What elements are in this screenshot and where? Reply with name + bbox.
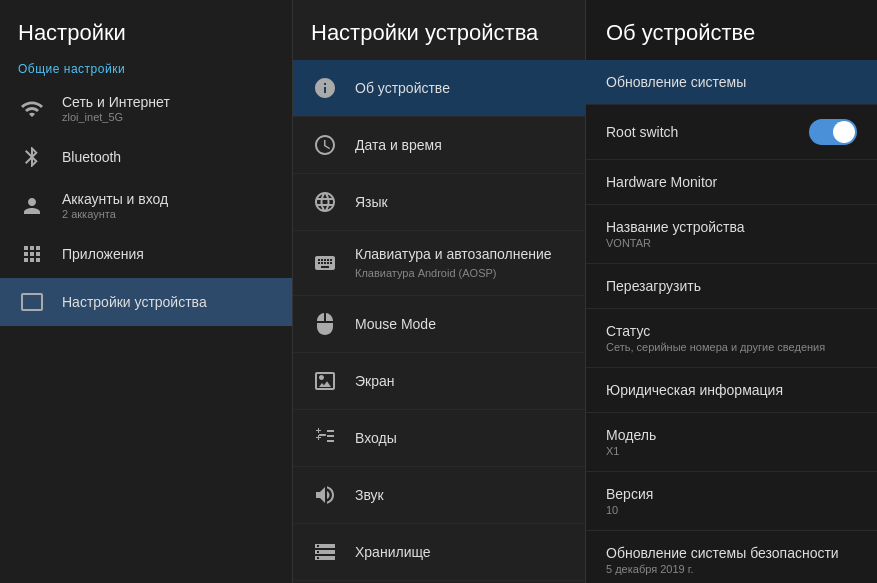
sound-icon — [311, 481, 339, 509]
sidebar-item-apps[interactable]: Приложения — [0, 230, 292, 278]
security-patch-label: Обновление системы безопасности — [606, 545, 839, 561]
language-text: Язык — [355, 193, 388, 211]
datetime-label: Дата и время — [355, 137, 442, 153]
middle-panel-title: Настройки устройства — [293, 0, 585, 60]
network-text: Сеть и Интернет zloi_inet_5G — [62, 94, 170, 123]
network-icon — [18, 95, 46, 123]
storage-icon — [311, 538, 339, 566]
apps-text: Приложения — [62, 246, 144, 262]
bluetooth-text: Bluetooth — [62, 149, 121, 165]
accounts-sublabel: 2 аккаунта — [62, 208, 168, 220]
mid-item-storage[interactable]: Хранилище — [293, 524, 585, 581]
accounts-text: Аккаунты и вход 2 аккаунта — [62, 191, 168, 220]
device-name-label: Название устройства — [606, 219, 745, 235]
device-settings-label: Настройки устройства — [62, 294, 207, 310]
legal-label: Юридическая информация — [606, 382, 783, 398]
right-panel: Об устройстве Обновление системы Root sw… — [586, 0, 877, 583]
network-label: Сеть и Интернет — [62, 94, 170, 110]
right-item-reboot[interactable]: Перезагрузить — [586, 264, 877, 309]
version-sublabel: 10 — [606, 504, 653, 516]
section-label: Общие настройки — [0, 56, 292, 84]
right-item-version[interactable]: Версия 10 — [586, 472, 877, 531]
sound-text: Звук — [355, 486, 384, 504]
sidebar-item-device-settings[interactable]: Настройки устройства — [0, 278, 292, 326]
mid-item-about[interactable]: Об устройстве — [293, 60, 585, 117]
mouse-label: Mouse Mode — [355, 316, 436, 332]
accounts-label: Аккаунты и вход — [62, 191, 168, 207]
left-panel-title: Настройки — [0, 0, 292, 56]
version-label: Версия — [606, 486, 653, 502]
language-icon — [311, 188, 339, 216]
mid-item-keyboard[interactable]: Клавиатура и автозаполнение Клавиатура A… — [293, 231, 585, 296]
right-panel-title: Об устройстве — [586, 0, 877, 60]
device-settings-text: Настройки устройства — [62, 294, 207, 310]
sidebar-item-bluetooth[interactable]: Bluetooth — [0, 133, 292, 181]
display-label: Экран — [355, 373, 395, 389]
clock-icon — [311, 131, 339, 159]
system-update-label: Обновление системы — [606, 74, 746, 90]
display-icon — [311, 367, 339, 395]
mid-item-display[interactable]: Экран — [293, 353, 585, 410]
sound-label: Звук — [355, 487, 384, 503]
right-item-status[interactable]: Статус Сеть, серийные номера и другие св… — [586, 309, 877, 368]
mid-item-sound[interactable]: Звук — [293, 467, 585, 524]
mid-item-datetime[interactable]: Дата и время — [293, 117, 585, 174]
status-label: Статус — [606, 323, 825, 339]
keyboard-icon — [311, 249, 339, 277]
sidebar-item-accounts[interactable]: Аккаунты и вход 2 аккаунта — [0, 181, 292, 230]
network-sublabel: zloi_inet_5G — [62, 111, 170, 123]
bluetooth-label: Bluetooth — [62, 149, 121, 165]
inputs-icon — [311, 424, 339, 452]
model-sublabel: X1 — [606, 445, 656, 457]
right-item-system-update[interactable]: Обновление системы — [586, 60, 877, 105]
right-item-root-switch[interactable]: Root switch — [586, 105, 877, 160]
left-panel: Настройки Общие настройки Сеть и Интерне… — [0, 0, 293, 583]
apps-icon — [18, 240, 46, 268]
device-icon — [18, 288, 46, 316]
right-item-model[interactable]: Модель X1 — [586, 413, 877, 472]
right-item-security-patch[interactable]: Обновление системы безопасности 5 декабр… — [586, 531, 877, 583]
inputs-label: Входы — [355, 430, 397, 446]
right-item-legal[interactable]: Юридическая информация — [586, 368, 877, 413]
inputs-text: Входы — [355, 429, 397, 447]
root-switch-toggle[interactable] — [809, 119, 857, 145]
keyboard-label: Клавиатура и автозаполнение — [355, 246, 552, 262]
about-label: Об устройстве — [355, 80, 450, 96]
reboot-label: Перезагрузить — [606, 278, 701, 294]
apps-label: Приложения — [62, 246, 144, 262]
mouse-text: Mouse Mode — [355, 315, 436, 333]
hardware-monitor-label: Hardware Monitor — [606, 174, 717, 190]
middle-panel: Настройки устройства Об устройстве Дата … — [293, 0, 586, 583]
datetime-text: Дата и время — [355, 136, 442, 154]
keyboard-text: Клавиатура и автозаполнение Клавиатура A… — [355, 245, 567, 281]
about-text: Об устройстве — [355, 79, 450, 97]
mouse-icon — [311, 310, 339, 338]
status-sublabel: Сеть, серийные номера и другие сведения — [606, 341, 825, 353]
security-patch-sublabel: 5 декабря 2019 г. — [606, 563, 839, 575]
root-switch-label: Root switch — [606, 124, 678, 140]
storage-text: Хранилище — [355, 543, 431, 561]
keyboard-sublabel: Клавиатура Android (AOSP) — [355, 267, 497, 279]
right-item-device-name[interactable]: Название устройства VONTAR — [586, 205, 877, 264]
info-icon — [311, 74, 339, 102]
mid-item-mouse[interactable]: Mouse Mode — [293, 296, 585, 353]
storage-label: Хранилище — [355, 544, 431, 560]
model-label: Модель — [606, 427, 656, 443]
bluetooth-icon — [18, 143, 46, 171]
display-text: Экран — [355, 372, 395, 390]
language-label: Язык — [355, 194, 388, 210]
account-icon — [18, 192, 46, 220]
device-name-sublabel: VONTAR — [606, 237, 745, 249]
mid-item-language[interactable]: Язык — [293, 174, 585, 231]
mid-item-inputs[interactable]: Входы — [293, 410, 585, 467]
right-item-hardware-monitor[interactable]: Hardware Monitor — [586, 160, 877, 205]
sidebar-item-network[interactable]: Сеть и Интернет zloi_inet_5G — [0, 84, 292, 133]
